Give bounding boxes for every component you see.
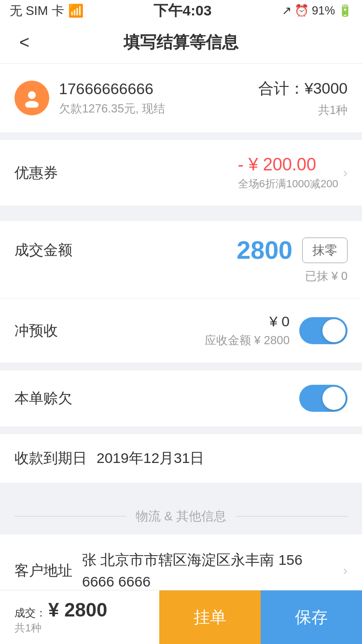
section-divider-1 — [0, 213, 362, 221]
back-button[interactable]: < — [14, 28, 34, 57]
status-time: 下午4:03 — [153, 1, 211, 21]
bottom-bar: 成交： ¥ 2800 共1种 挂单 保存 — [0, 590, 362, 644]
prepay-label: 冲预收 — [14, 321, 58, 341]
logistics-label: 物流 & 其他信息 — [136, 508, 226, 525]
avatar — [14, 81, 49, 115]
prepay-row: 冲预收 ¥ 0 应收金额 ¥ 2800 — [14, 313, 348, 348]
coupon-row[interactable]: 优惠券 - ¥ 200.00 全场6折满1000减200 › — [0, 140, 362, 206]
divider-line-right — [236, 516, 348, 517]
round-button[interactable]: 抹零 — [302, 238, 348, 263]
bottom-summary: 成交： ¥ 2800 共1种 — [0, 599, 159, 635]
chevron-right-icon: › — [343, 165, 348, 181]
prepay-amount: ¥ 0 — [205, 313, 290, 330]
address-value: 张 北京市市辖区海淀区永丰南 156 6666 6666 — [72, 549, 343, 592]
customer-phone: 17666666666 — [59, 80, 165, 98]
status-left: 无 SIM 卡 📶 — [10, 2, 84, 19]
coupon-amount: - ¥ 200.00 — [238, 154, 338, 175]
debt-label: 本单赊欠 — [14, 389, 72, 408]
customer-sub-info: 欠款1276.35元, 现结 — [59, 101, 165, 116]
nav-bar: < 填写结算等信息 — [0, 21, 362, 64]
coupon-desc: 全场6折满1000减200 — [238, 177, 338, 191]
address-label: 客户地址 — [14, 561, 72, 581]
customer-total-area: 合计：¥3000 共1种 — [258, 78, 348, 118]
duedate-row: 收款到期日 2019年12月31日 — [14, 448, 348, 468]
bottom-amount: ¥ 2800 — [48, 599, 107, 621]
battery-icon: 🔋 — [338, 4, 352, 17]
svg-point-1 — [25, 101, 39, 108]
amount-section: 成交金额 2800 抹零 已抹 ¥ 0 — [0, 221, 362, 298]
section-divider-3 — [0, 490, 362, 498]
status-bar: 无 SIM 卡 📶 下午4:03 ↗ ⏰ 91% 🔋 — [0, 0, 362, 21]
customer-total: 合计：¥3000 — [258, 78, 348, 99]
bottom-count: 共1种 — [14, 621, 145, 635]
save-button[interactable]: 保存 — [261, 590, 362, 644]
duedate-value: 2019年12月31日 — [97, 448, 204, 468]
toggle-knob — [322, 319, 346, 342]
customer-info-card: 17666666666 欠款1276.35元, 现结 合计：¥3000 共1种 — [0, 64, 362, 132]
address-chevron-icon: › — [343, 563, 348, 578]
amount-label: 成交金额 — [14, 240, 72, 260]
divider-line-left — [14, 516, 126, 517]
debt-toggle[interactable] — [299, 385, 348, 412]
prepay-value: ¥ 0 应收金额 ¥ 2800 — [205, 313, 290, 348]
logistics-divider: 物流 & 其他信息 — [0, 498, 362, 534]
prepay-toggle[interactable] — [299, 317, 348, 344]
prepay-section: 冲预收 ¥ 0 应收金额 ¥ 2800 — [0, 298, 362, 363]
wifi-icon: 📶 — [68, 3, 84, 18]
hang-button[interactable]: 挂单 — [159, 590, 261, 644]
battery-label: 91% — [312, 4, 335, 17]
debt-section: 本单赊欠 — [0, 370, 362, 426]
bottom-total-label: 成交： — [14, 606, 46, 620]
sim-label: 无 SIM 卡 — [10, 2, 64, 19]
customer-left: 17666666666 欠款1276.35元, 现结 — [14, 80, 165, 116]
customer-details: 17666666666 欠款1276.35元, 现结 — [59, 80, 165, 116]
prepay-right: ¥ 0 应收金额 ¥ 2800 — [205, 313, 348, 348]
amount-row: 成交金额 2800 抹零 — [14, 236, 348, 265]
amount-value: 2800 — [237, 236, 292, 265]
coupon-right: - ¥ 200.00 全场6折满1000减200 › — [238, 154, 348, 191]
amount-right: 2800 抹零 — [237, 236, 348, 265]
amount-sub: 已抹 ¥ 0 — [14, 268, 348, 284]
page-title: 填写结算等信息 — [124, 31, 238, 54]
prepay-sub: 应收金额 ¥ 2800 — [205, 333, 290, 348]
customer-count: 共1种 — [258, 102, 348, 118]
coupon-label: 优惠券 — [14, 163, 58, 183]
debt-toggle-knob — [322, 387, 346, 410]
content-area: 17666666666 欠款1276.35元, 现结 合计：¥3000 共1种 … — [0, 64, 362, 644]
status-right: ↗ ⏰ 91% 🔋 — [282, 4, 352, 17]
duedate-label: 收款到期日 — [14, 448, 87, 468]
svg-point-0 — [28, 91, 36, 99]
alarm-icon: ⏰ — [294, 4, 309, 17]
duedate-section: 收款到期日 2019年12月31日 — [0, 434, 362, 483]
location-icon: ↗ — [282, 4, 292, 17]
section-divider-2 — [0, 363, 362, 370]
